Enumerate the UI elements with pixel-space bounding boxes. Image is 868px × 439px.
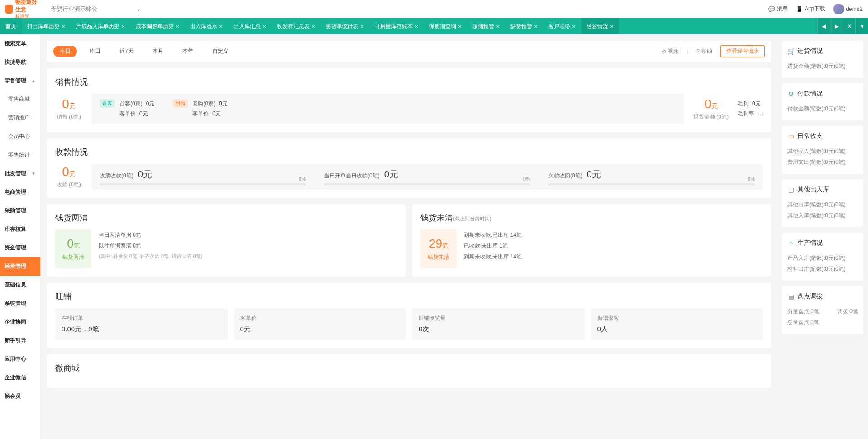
- tab-5[interactable]: 收发存汇总表✕: [272, 18, 320, 34]
- tab-7[interactable]: 可用量库存账本✕: [369, 18, 424, 34]
- logo-icon: [5, 5, 13, 14]
- sidebar-item-4[interactable]: 营销推广: [0, 109, 40, 127]
- purchase-summary-card: 🛒进货情况 进货金额(笔数):0元(0笔): [782, 41, 863, 78]
- tab-scroll-right[interactable]: ▶: [830, 18, 843, 34]
- tab-11[interactable]: 客户联络✕: [543, 18, 581, 34]
- sidebar-item-14[interactable]: 系统管理: [0, 294, 40, 313]
- close-icon[interactable]: ✕: [610, 24, 614, 29]
- sidebar-item-6[interactable]: 零售统计: [0, 146, 40, 164]
- avatar: [833, 4, 844, 14]
- tabbar: 首页 抖出库单历史✕产成品入库单历史✕成本调整单历史✕出入库流水✕出入库汇总✕收…: [0, 18, 868, 34]
- close-icon[interactable]: ✕: [121, 24, 125, 29]
- box-icon: ▢: [787, 186, 795, 193]
- tab-8[interactable]: 保质期查询✕: [424, 18, 467, 34]
- micromall-card: 微商城: [47, 354, 771, 388]
- sidebar-item-18[interactable]: 企业微信: [0, 368, 40, 387]
- sidebar: 搜索菜单快捷导航零售管理▲零售商城营销推广会员中心零售统计批发管理▼电商管理采购…: [0, 34, 41, 439]
- close-icon[interactable]: ✕: [458, 24, 462, 29]
- shop-cell-0: 在线订单0.00元，0笔: [55, 308, 228, 340]
- sidebar-item-3[interactable]: 零售商城: [0, 90, 40, 109]
- caret-icon: ▲: [31, 78, 36, 83]
- message-icon: 💬: [768, 6, 775, 12]
- sidebar-item-19[interactable]: 畅会员: [0, 387, 40, 406]
- tab-10[interactable]: 缺货预警✕: [505, 18, 543, 34]
- close-icon[interactable]: ✕: [62, 24, 65, 29]
- tab-0[interactable]: 抖出库单历史✕: [22, 18, 71, 34]
- account-selector[interactable]: 母婴行业演示账套 ⌄: [51, 5, 141, 13]
- close-icon[interactable]: ✕: [534, 24, 538, 29]
- messages-link[interactable]: 💬 消息: [768, 5, 788, 13]
- date-pill-0[interactable]: 今日: [53, 46, 77, 57]
- tab-controls: ◀ ▶ ✕ ▾: [817, 18, 868, 34]
- close-icon[interactable]: ✕: [311, 24, 315, 29]
- account-name: 母婴行业演示账套: [51, 5, 98, 13]
- user-menu[interactable]: demo2: [833, 4, 863, 14]
- other-io-summary-card: ▢其他出入库 其他出库(笔数):0元(0笔) 其他入库(笔数):0元(0笔): [782, 179, 863, 227]
- sidebar-item-17[interactable]: 应用中心: [0, 350, 40, 368]
- close-icon[interactable]: ✕: [496, 24, 500, 29]
- coin-icon: ⊙: [787, 90, 795, 97]
- shop-cell-2: 旺铺浏览量0次: [412, 308, 585, 340]
- video-link[interactable]: ⊙视频: [662, 48, 679, 55]
- clear-stat: 0笔 钱货两清: [55, 229, 91, 268]
- app-download-link[interactable]: 📱 App下载: [796, 5, 825, 13]
- sidebar-item-2[interactable]: 零售管理▲: [0, 72, 40, 90]
- help-icon: ?: [696, 48, 700, 55]
- close-icon[interactable]: ✕: [176, 24, 179, 29]
- tab-1[interactable]: 产成品入库单历史✕: [71, 18, 130, 34]
- play-icon: ⊙: [662, 48, 666, 55]
- date-pill-2[interactable]: 近7天: [113, 46, 140, 57]
- collect-item-0: 收预收款(0笔)0元0%: [100, 168, 306, 185]
- sidebar-item-13[interactable]: 基础信息: [0, 276, 40, 294]
- sales-amount-stat: 0元 销售 (0笔): [55, 97, 82, 121]
- production-summary-card: ⌂生产情况 产品入库(笔数):0元(0笔) 材料出库(笔数):0元(0笔): [782, 233, 863, 281]
- collect-item-2: 欠款收回(0笔)0元0%: [548, 168, 755, 185]
- factory-icon: ⌂: [787, 239, 795, 247]
- view-flow-button[interactable]: 查看经营流水: [720, 45, 765, 57]
- sales-card: 销售情况 0元 销售 (0笔) 首客 首客(0家)0元 客单价0元: [47, 68, 771, 132]
- collect-item-1: 当日开单当日收款(0笔)0元0%: [324, 168, 530, 185]
- sidebar-item-1[interactable]: 快捷导航: [0, 53, 40, 72]
- tab-menu[interactable]: ▾: [855, 18, 868, 34]
- tab-home[interactable]: 首页: [0, 18, 22, 34]
- collect-card: 收款情况 0元 收款 (0笔) 收预收款(0笔)0元0%当日开单当日收款(0笔)…: [47, 138, 771, 198]
- right-panel: 🛒进货情况 进货金额(笔数):0元(0笔) ⊙付款情况 付款金额(笔数):0元(…: [777, 34, 868, 439]
- topbar: 畅捷通好生意 标准版 母婴行业演示账套 ⌄ 💬 消息 📱 App下载 demo2: [0, 0, 868, 18]
- tab-scroll-left[interactable]: ◀: [817, 18, 830, 34]
- date-pill-5[interactable]: 自定义: [206, 46, 235, 57]
- first-customer-tag: 首客: [100, 99, 115, 108]
- date-pill-1[interactable]: 昨日: [83, 46, 107, 57]
- sidebar-item-15[interactable]: 企业协同: [0, 313, 40, 331]
- sidebar-item-8[interactable]: 电商管理: [0, 183, 40, 201]
- sidebar-item-10[interactable]: 库存核算: [0, 220, 40, 239]
- close-icon[interactable]: ✕: [360, 24, 364, 29]
- tab-4[interactable]: 出入库汇总✕: [228, 18, 272, 34]
- clipboard-icon: ▤: [787, 293, 795, 300]
- sidebar-item-9[interactable]: 采购管理: [0, 201, 40, 220]
- sidebar-item-0[interactable]: 搜索菜单: [0, 34, 40, 53]
- close-icon[interactable]: ✕: [262, 24, 266, 29]
- brand-name: 畅捷通好生意: [15, 0, 42, 14]
- close-icon[interactable]: ✕: [219, 24, 223, 29]
- date-pill-4[interactable]: 本年: [176, 46, 200, 57]
- money-goods-clear-card: 钱货两清 0笔 钱货两清 当日两清单据 0笔 以往单据两清 0笔 (其中: 补发…: [47, 204, 406, 277]
- shop-cell-3: 新增潜客0人: [591, 308, 763, 340]
- tab-3[interactable]: 出入库流水✕: [185, 18, 228, 34]
- sidebar-item-16[interactable]: 新手引导: [0, 331, 40, 350]
- tab-12[interactable]: 经营情况✕: [581, 18, 619, 34]
- close-icon[interactable]: ✕: [415, 24, 418, 29]
- sidebar-item-7[interactable]: 批发管理▼: [0, 164, 40, 183]
- date-pill-3[interactable]: 本月: [146, 46, 170, 57]
- tab-6[interactable]: 要货单统计表✕: [320, 18, 369, 34]
- tab-2[interactable]: 成本调整单历史✕: [130, 18, 185, 34]
- sidebar-item-11[interactable]: 资金管理: [0, 239, 40, 257]
- sidebar-item-5[interactable]: 会员中心: [0, 127, 40, 146]
- tab-9[interactable]: 超储预警✕: [467, 18, 505, 34]
- money-goods-unclear-card: 钱货未清(截止到当前时间) 29笔 钱货未清 到期未收款,已出库 14笔 已收款…: [412, 204, 771, 277]
- tab-close-all[interactable]: ✕: [843, 18, 855, 34]
- caret-icon: ▼: [31, 171, 36, 176]
- help-link[interactable]: ?帮助: [696, 48, 712, 55]
- close-icon[interactable]: ✕: [572, 24, 576, 29]
- sidebar-item-12[interactable]: 经营管理: [0, 257, 40, 276]
- shop-cell-1: 客单价0元: [234, 308, 406, 340]
